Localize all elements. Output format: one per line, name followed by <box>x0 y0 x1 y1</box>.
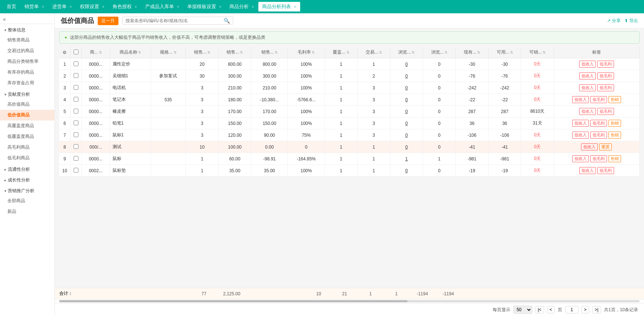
browse-link[interactable]: 0 <box>405 145 408 150</box>
browse-link[interactable]: 0 <box>405 97 408 102</box>
search-icon[interactable]: 🔍 <box>224 18 230 24</box>
sidebar-item-low-profit[interactable]: 低毛利商品 <box>0 153 54 163</box>
close-icon[interactable]: × <box>294 4 296 9</box>
td-coverage: 1 <box>325 118 357 129</box>
td-checkbox[interactable] <box>70 94 81 106</box>
close-icon[interactable]: × <box>252 4 254 9</box>
close-icon[interactable]: × <box>70 4 72 9</box>
td-days: 0天 <box>521 153 554 165</box>
row-checkbox[interactable] <box>74 97 78 102</box>
sidebar-collapse-btn[interactable]: « <box>3 16 6 22</box>
browse-link[interactable]: 1 <box>405 156 408 162</box>
sidebar-item-low-value[interactable]: 低价值商品 <box>0 110 54 120</box>
browse-link[interactable]: 0 <box>405 62 408 67</box>
row-checkbox[interactable] <box>74 109 78 113</box>
table-row: 2 0000... 吴细细1 参加复试 30 300.00 300.00 100… <box>59 70 640 82</box>
sidebar-group-contribution[interactable]: ▾ 贡献度分析 <box>0 88 54 99</box>
sidebar-item-all-goods[interactable]: 全部商品 <box>0 196 54 206</box>
first-page-button[interactable]: |< <box>535 306 544 313</box>
row-checkbox[interactable] <box>74 120 78 125</box>
td-col1: 30 <box>186 70 218 82</box>
close-icon[interactable]: × <box>219 4 221 9</box>
td-checkbox[interactable] <box>70 70 81 82</box>
td-checkbox[interactable] <box>70 82 81 94</box>
td-checkbox[interactable] <box>70 141 81 153</box>
sidebar-group-liquidity[interactable]: ▸ 流通性分析 <box>0 163 54 174</box>
sidebar-item-low-coverage[interactable]: 低覆盖度商品 <box>0 131 54 142</box>
row-checkbox[interactable] <box>74 168 78 173</box>
td-available-stock: -76 <box>488 70 521 82</box>
sidebar-group-growth[interactable]: ▸ 成长性分析 <box>0 174 54 185</box>
close-icon[interactable]: × <box>42 4 44 9</box>
nav-role-auth[interactable]: 角色授权 × <box>109 2 141 11</box>
per-page-select[interactable]: 50 100 200 <box>513 306 532 314</box>
nav-home[interactable]: 首页 <box>3 2 20 11</box>
prev-page-button[interactable]: < <box>547 306 555 313</box>
browse-link[interactable]: 0 <box>405 109 408 114</box>
td-name: 属性定价 <box>110 58 151 70</box>
sidebar-item-sales-goods[interactable]: 销售类商品 <box>0 35 54 45</box>
sidebar-item-category-sales-rate[interactable]: 商品分类销售率 <box>0 56 54 67</box>
td-checkbox[interactable] <box>70 129 81 141</box>
td-coverage: 1 <box>325 153 357 165</box>
td-checkbox[interactable] <box>70 118 81 129</box>
nav-permission[interactable]: 权限设置 × <box>76 2 108 11</box>
sidebar-item-high-profit[interactable]: 高毛利商品 <box>0 142 54 153</box>
nav-sales-order[interactable]: 销货单 × <box>21 2 48 11</box>
td-checkbox[interactable] <box>70 165 81 177</box>
td-checkbox[interactable] <box>70 153 81 165</box>
row-checkbox[interactable] <box>74 73 78 78</box>
td-checkbox[interactable] <box>70 58 81 70</box>
browse-link[interactable]: 0 <box>405 168 408 173</box>
td-spec <box>151 153 186 165</box>
browse-link[interactable]: 0 <box>405 133 408 138</box>
sidebar-item-high-coverage[interactable]: 高覆盖度商品 <box>0 120 54 131</box>
nav-product-warehouse[interactable]: 产成品入库单 × <box>141 2 183 11</box>
share-button[interactable]: ↗ 分享 <box>607 18 621 24</box>
sidebar-item-stocked-goods[interactable]: 有库存的商品 <box>0 67 54 78</box>
td-col2: 35.00 <box>218 165 251 177</box>
browse-link[interactable]: 0 <box>405 85 408 91</box>
select-all-checkbox[interactable] <box>74 50 78 54</box>
search-box: 🔍 <box>122 17 233 25</box>
page-label: 页 <box>558 307 562 313</box>
sidebar-group-overall[interactable]: ▾ 整体信息 <box>0 24 54 35</box>
nav-goods-analysis[interactable]: 商品分析 × <box>226 2 258 11</box>
search-input[interactable] <box>125 18 222 23</box>
sidebar-item-new-goods[interactable]: 新品 <box>0 206 54 217</box>
tag-低毛利: 低毛利 <box>590 155 607 162</box>
export-button[interactable]: ⬆ 导出 <box>624 18 638 24</box>
sidebar-item-inventory-capital[interactable]: 库存资金占用 <box>0 78 54 88</box>
nav-template-setting[interactable]: 单据模板设置 × <box>184 2 225 11</box>
td-checkbox[interactable] <box>70 106 81 118</box>
th-settings[interactable]: ⚙ <box>59 47 70 58</box>
filter-period-button[interactable]: 近一月 <box>98 17 118 25</box>
close-icon[interactable]: × <box>135 4 137 9</box>
page-number-input[interactable] <box>565 306 578 313</box>
row-checkbox[interactable] <box>74 144 78 149</box>
tag-热销: 热销 <box>608 132 621 139</box>
td-col3: 800.00 <box>251 58 288 70</box>
close-icon[interactable]: × <box>177 4 179 9</box>
sidebar-item-traded-goods[interactable]: 交易过的商品 <box>0 45 54 56</box>
sidebar-item-high-value[interactable]: 高价值商品 <box>0 99 54 110</box>
nav-purchase-order[interactable]: 进货单 × <box>48 2 76 11</box>
close-icon[interactable]: × <box>102 4 104 9</box>
td-no: 2 <box>59 70 70 82</box>
nav-goods-analysis-list[interactable]: 商品分析列表 × <box>258 2 300 11</box>
sidebar-group-marketing[interactable]: ▾ 营销推广分析 <box>0 185 54 196</box>
sidebar-group-contribution-label: 贡献度分析 <box>8 91 30 98</box>
row-checkbox[interactable] <box>74 132 78 137</box>
td-spec: 参加复试 <box>151 70 186 82</box>
row-checkbox[interactable] <box>74 156 78 161</box>
days-value: 0天 <box>534 132 541 137</box>
th-checkbox[interactable] <box>70 47 81 58</box>
browse-link[interactable]: 0 <box>405 121 408 126</box>
browse-link[interactable]: 0 <box>405 74 408 79</box>
th-coverage: 覆盖...⇅ <box>325 47 357 58</box>
tag-低毛利: 低毛利 <box>597 167 614 174</box>
row-checkbox[interactable] <box>74 61 78 66</box>
row-checkbox[interactable] <box>74 85 78 90</box>
last-page-button[interactable]: >| <box>592 306 601 313</box>
next-page-button[interactable]: > <box>581 306 589 313</box>
